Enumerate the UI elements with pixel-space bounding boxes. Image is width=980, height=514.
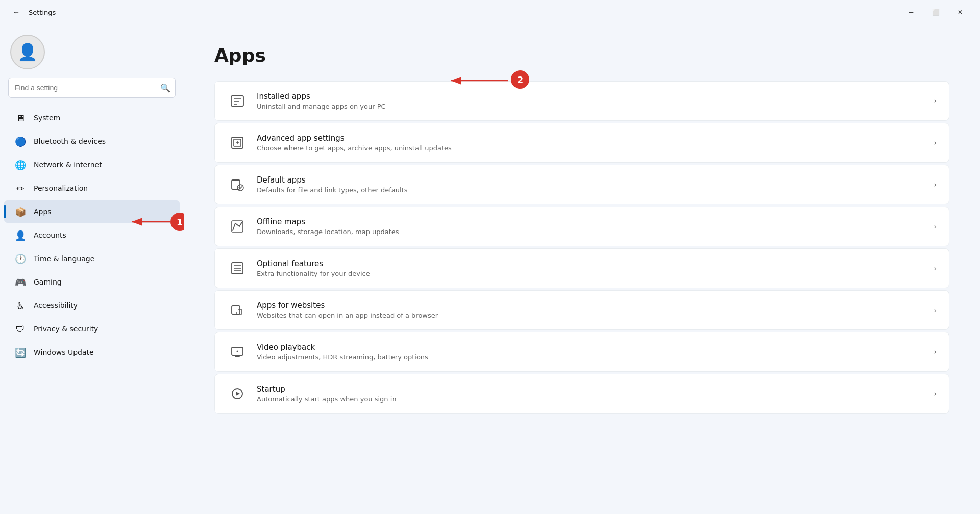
nav-windows-update[interactable]: 🔄 Windows Update [4,341,180,364]
startup-desc: Automatically start apps when you sign i… [257,395,934,403]
offline-maps-icon [227,216,248,237]
profile-section: 👤 [0,24,184,78]
installed-apps-icon [227,91,248,111]
video-playback-item[interactable]: Video playback Video adjustments, HDR st… [214,332,949,372]
nav-bluetooth-label: Bluetooth & devices [34,137,106,145]
nav-accounts[interactable]: 👤 Accounts [4,224,180,246]
minimize-button[interactable]: ─ [899,4,923,20]
default-apps-item[interactable]: Default apps Defaults for file and link … [214,165,949,204]
video-playback-chevron: › [934,348,937,356]
nav-time[interactable]: 🕐 Time & language [4,247,180,270]
settings-list: Installed apps Uninstall and manage apps… [214,81,949,414]
bluetooth-icon: 🔵 [14,135,27,147]
video-playback-text: Video playback Video adjustments, HDR st… [257,343,934,361]
nav-accounts-label: Accounts [34,231,66,239]
advanced-app-settings-desc: Choose where to get apps, archive apps, … [257,144,934,152]
windows-update-icon: 🔄 [14,346,27,358]
installed-apps-desc: Uninstall and manage apps on your PC [257,102,934,110]
personalization-icon: ✏️ [14,182,27,194]
nav-bluetooth[interactable]: 🔵 Bluetooth & devices [4,130,180,152]
nav-privacy[interactable]: 🛡 Privacy & security [4,318,180,340]
advanced-app-settings-text: Advanced app settings Choose where to ge… [257,134,934,152]
installed-apps-title: Installed apps [257,92,934,101]
startup-title: Startup [257,384,934,394]
nav-network[interactable]: 🌐 Network & internet [4,153,180,176]
installed-apps-text: Installed apps Uninstall and manage apps… [257,92,934,110]
svg-point-20 [237,351,238,352]
sidebar: 👤 🔍 🖥 System 🔵 Bluetooth & devices 🌐 Net… [0,24,184,514]
video-playback-icon [227,342,248,362]
advanced-app-settings-title: Advanced app settings [257,134,934,143]
offline-maps-desc: Downloads, storage location, map updates [257,228,934,236]
optional-features-chevron: › [934,264,937,272]
nav-system[interactable]: 🖥 System [4,107,180,129]
startup-icon [227,383,248,404]
nav-gaming-label: Gaming [34,278,62,286]
apps-for-websites-text: Apps for websites Websites that can open… [257,301,934,319]
optional-features-item[interactable]: Optional features Extra functionality fo… [214,248,949,288]
content-area: Apps Installed apps Uninstall and manage… [184,24,980,514]
maximize-button[interactable]: ⬜ [924,4,947,20]
offline-maps-item[interactable]: Offline maps Downloads, storage location… [214,207,949,246]
installed-apps-chevron: › [934,97,937,105]
offline-maps-chevron: › [934,222,937,230]
default-apps-icon [227,174,248,195]
offline-maps-text: Offline maps Downloads, storage location… [257,217,934,236]
default-apps-chevron: › [934,181,937,189]
default-apps-text: Default apps Defaults for file and link … [257,175,934,194]
svg-rect-2 [231,96,243,106]
nav-apps-label: Apps [34,208,52,216]
titlebar: ← Settings ─ ⬜ ✕ [0,0,980,24]
nav-system-label: System [34,114,60,122]
nav-accessibility[interactable]: ♿ Accessibility [4,294,180,317]
apps-icon: 📦 [14,205,27,218]
default-apps-desc: Defaults for file and link types, other … [257,186,934,194]
annotation-badge-2: 2 [511,70,529,89]
gaming-icon: 🎮 [14,276,27,288]
nav-windows-update-label: Windows Update [34,348,94,356]
advanced-app-settings-item[interactable]: Advanced app settings Choose where to ge… [214,123,949,163]
startup-item[interactable]: Startup Automatically start apps when yo… [214,374,949,414]
app-title: Settings [29,9,56,16]
advanced-app-settings-chevron: › [934,139,937,147]
startup-text: Startup Automatically start apps when yo… [257,384,934,403]
nav-personalization[interactable]: ✏️ Personalization [4,177,180,199]
svg-rect-13 [232,221,243,232]
optional-features-icon [227,258,248,278]
window-controls: ─ ⬜ ✕ [899,4,972,20]
offline-maps-title: Offline maps [257,217,934,226]
search-input[interactable] [8,78,176,98]
close-button[interactable]: ✕ [948,4,972,20]
svg-marker-24 [236,392,240,396]
nav-personalization-label: Personalization [34,184,88,192]
default-apps-title: Default apps [257,175,934,185]
nav-apps[interactable]: 📦 Apps 1 [4,200,180,223]
main-layout: 👤 🔍 🖥 System 🔵 Bluetooth & devices 🌐 Net… [0,24,980,514]
installed-apps-item[interactable]: Installed apps Uninstall and manage apps… [214,81,949,121]
network-icon: 🌐 [14,159,27,171]
back-button[interactable]: ← [8,4,24,20]
back-icon: ← [13,8,20,16]
apps-for-websites-chevron: › [934,306,937,314]
video-playback-title: Video playback [257,343,934,352]
accounts-icon: 👤 [14,229,27,241]
apps-for-websites-title: Apps for websites [257,301,934,310]
optional-features-title: Optional features [257,259,934,268]
nav-network-label: Network & internet [34,161,102,169]
nav-gaming[interactable]: 🎮 Gaming [4,271,180,293]
system-icon: 🖥 [14,112,27,124]
search-box: 🔍 [8,78,176,98]
arrow-2 [450,76,511,85]
apps-for-websites-item[interactable]: Apps for websites Websites that can open… [214,290,949,330]
svg-rect-18 [232,306,240,314]
nav-privacy-label: Privacy & security [34,325,98,333]
avatar-icon: 👤 [17,42,38,62]
nav-time-label: Time & language [34,254,94,263]
apps-for-websites-desc: Websites that can open in an app instead… [257,312,934,319]
page-title: Apps [214,45,949,66]
privacy-icon: 🛡 [14,323,27,335]
optional-features-text: Optional features Extra functionality fo… [257,259,934,277]
advanced-app-settings-icon [227,133,248,153]
optional-features-desc: Extra functionality for your device [257,270,934,277]
video-playback-desc: Video adjustments, HDR streaming, batter… [257,353,934,361]
